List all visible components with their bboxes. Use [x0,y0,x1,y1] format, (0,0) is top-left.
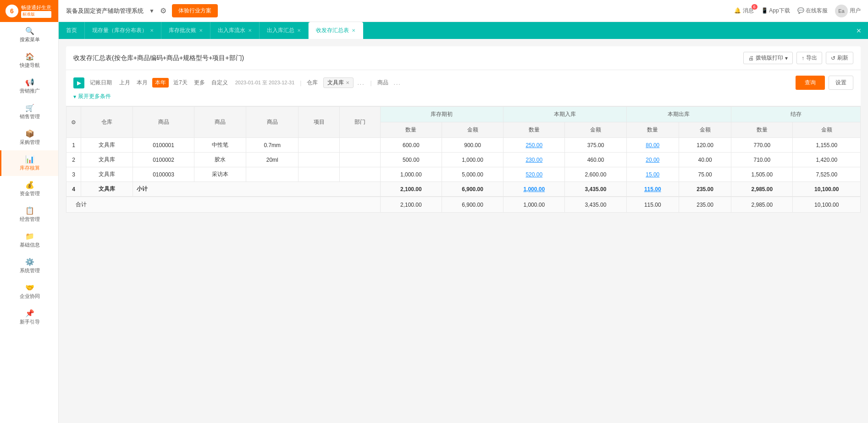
tab-home[interactable]: 首页 [59,22,85,39]
subtotal-close-qty: 2,985.00 [731,182,793,197]
row-in-qty[interactable]: 230.00 [503,153,565,167]
subtotal-in-qty[interactable]: 1,000.00 [503,182,565,197]
filter-expand-button[interactable]: ▶ [73,77,84,88]
tab-batch[interactable]: 库存批次账 ✕ [161,22,210,39]
row-project [299,153,339,167]
warehouse-tag[interactable]: 文具库 ✕ [323,77,354,88]
tab-batch-close[interactable]: ✕ [199,28,203,33]
row-num: 3 [66,167,81,182]
system-selector[interactable]: ▼ [149,8,155,14]
print-button[interactable]: 🖨 拨镜版打印 ▾ [743,52,793,64]
row-in-qty[interactable]: 520.00 [503,167,565,182]
row-close-qty: 1,505.00 [731,167,793,182]
row-open-amt: 1,000.00 [442,153,503,167]
tab-inout-summary-close[interactable]: ✕ [297,28,301,33]
chevron-down-icon: ▾ [73,93,76,100]
col-closing-header: 结存 [731,107,861,122]
tab-stock-dist-close[interactable]: ✕ [150,28,154,33]
row-goods-name: 中性笔 [194,138,246,153]
sidebar-item-quick-nav[interactable]: 🏠 快捷导航 [0,48,58,73]
total-open-qty: 2,100.00 [380,197,442,213]
sidebar-label-system: 系统管理 [20,267,40,274]
row-close-amt: 1,420.00 [793,153,861,167]
tab-inout-flow-close[interactable]: ✕ [248,28,252,33]
subtotal-num: 4 [66,182,81,197]
query-button[interactable]: 查询 [796,76,825,90]
header-right: 🔔 6 消息 📱 App下载 💬 在线客服 Ea 用户 [734,5,861,17]
bell-icon: 🔔 [734,7,741,14]
filter-row-main: ▶ 记账日期 上月 本月 本年 近7天 更多 自定义 2023-01-01 至 … [73,76,853,90]
purchase-icon: 📦 [25,129,34,138]
tab-inout-flow[interactable]: 出入库流水 ✕ [210,22,260,39]
export-icon: ↑ [802,55,804,61]
subtotal-label: 小计 [133,182,380,197]
user-avatar: Ea [835,5,848,17]
basic-icon: 📁 [25,232,34,241]
sidebar-item-purchase[interactable]: 📦 采购管理 [0,125,58,150]
subtotal-open-amt: 6,900.00 [442,182,503,197]
sidebar-item-basic[interactable]: 📁 基础信息 [0,227,58,253]
print-icon: 🖨 [748,55,754,61]
col-goods-code-header: 商品 [133,107,194,138]
shortcut-7-days[interactable]: 近7天 [171,78,189,88]
tab-stock-dist[interactable]: 现存量（库存分布表） ✕ [85,22,161,39]
sidebar-item-inventory[interactable]: 📊 库存核算 [0,150,58,176]
expand-conditions[interactable]: ▾ 展开更多条件 [73,90,853,100]
tab-recv-send-summary[interactable]: 收发存汇总表 ✕ [309,22,363,39]
row-out-qty[interactable]: 80.00 [626,138,679,153]
notification-bell[interactable]: 🔔 6 消息 [734,7,753,15]
app-download-link[interactable]: 📱 App下载 [761,7,790,15]
table-row: 2 文具库 0100002 胶水 20ml 500.00 1,000.00 23… [66,153,861,167]
shortcut-this-year[interactable]: 本年 [152,78,169,88]
tab-inout-summary-label: 出入库汇总 [267,27,294,34]
subtotal-out-qty[interactable]: 115.00 [626,182,679,197]
closing-amt-header: 金额 [793,122,861,138]
header-settings-icon[interactable]: ⚙ [160,6,166,15]
total-label: 合计 [66,197,381,213]
sidebar-item-finance[interactable]: 💰 资金管理 [0,176,58,202]
shortcut-last-month[interactable]: 上月 [117,78,132,88]
operation-icon: 📋 [25,206,34,215]
refresh-button[interactable]: ↺ 刷新 [826,52,853,64]
col-inbound-header: 本期入库 [503,107,626,122]
download-icon: 📱 [761,7,768,14]
date-shortcuts: 上月 本月 本年 近7天 更多 自定义 [117,78,230,88]
tab-recv-send-close[interactable]: ✕ [352,28,355,33]
inventory-icon: 📊 [25,155,34,164]
sidebar-label-guide: 新手引导 [20,319,40,325]
filter-area: ▶ 记账日期 上月 本月 本年 近7天 更多 自定义 2023-01-01 至 … [66,70,861,106]
sidebar-item-marketing[interactable]: 📢 营销推广 [0,73,58,99]
sidebar-item-collab[interactable]: 🤝 企业协同 [0,279,58,304]
col-settings[interactable]: ⚙ [66,107,81,138]
warehouse-label: 仓库 [307,79,318,87]
sidebar: 6 畅捷通好生意 标准版 🔍 搜索菜单 🏠 快捷导航 📢 营销推广 🛒 销售管理… [0,0,59,423]
row-open-qty: 500.00 [380,153,442,167]
row-out-qty[interactable]: 20.00 [626,153,679,167]
warehouse-tag-close[interactable]: ✕ [346,80,349,85]
sidebar-item-guide[interactable]: 📌 新手引导 [0,304,58,330]
filter-settings-button[interactable]: 设置 [829,76,853,90]
shortcut-this-month[interactable]: 本月 [135,78,149,88]
page-title-area: 收发存汇总表(按仓库+商品编码+商品+规格型号+项目+部门) 🖨 拨镜版打印 ▾… [66,46,861,70]
total-out-amt: 235.00 [679,197,731,213]
tab-inout-summary[interactable]: 出入库汇总 ✕ [260,22,309,39]
export-button[interactable]: ↑ 导出 [796,52,822,64]
shortcut-custom[interactable]: 自定义 [210,78,230,88]
warehouse-more[interactable]: ... [357,80,365,86]
col-project-header: 项目 [299,107,339,138]
user-menu[interactable]: Ea 用户 [835,5,861,17]
shortcut-more[interactable]: 更多 [192,78,207,88]
sidebar-item-search[interactable]: 🔍 搜索菜单 [0,22,58,48]
sidebar-item-system[interactable]: ⚙️ 系统管理 [0,253,58,279]
goods-more[interactable]: ... [394,80,401,86]
sidebar-item-sales[interactable]: 🛒 销售管理 [0,99,58,125]
sidebar-label-sales: 销售管理 [20,113,40,120]
row-out-qty[interactable]: 15.00 [626,167,679,182]
tabs-close-all[interactable]: ✕ [850,22,868,39]
row-in-qty[interactable]: 250.00 [503,138,565,153]
inbound-amt-header: 金额 [565,122,626,138]
row-out-amt: 40.00 [679,153,731,167]
online-service-link[interactable]: 💬 在线客服 [797,7,828,15]
try-button[interactable]: 体验行业方案 [172,4,218,17]
sidebar-item-operation[interactable]: 📋 经营管理 [0,202,58,227]
